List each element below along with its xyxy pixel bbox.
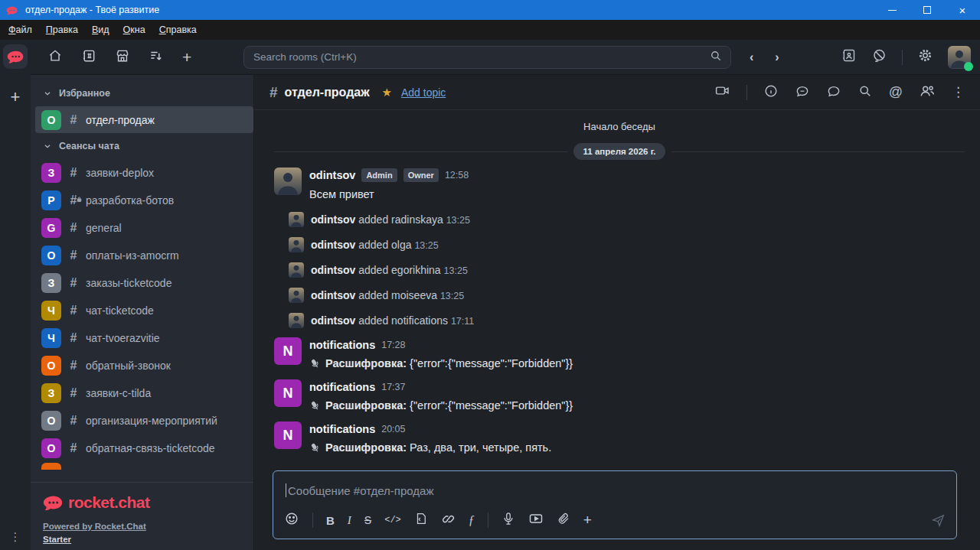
maximize-button[interactable] — [910, 0, 945, 20]
role-badge-owner: Owner — [403, 168, 439, 182]
create-new-icon[interactable]: + — [182, 48, 191, 67]
avatar[interactable] — [289, 212, 304, 227]
hash-icon: # — [68, 249, 79, 262]
sidebar-item-organizatsiya-meropriyatii[interactable]: О # организация-мероприятий — [35, 407, 253, 434]
sidebar-item-zakazy-ticketcode[interactable]: З # заказы-ticketcode — [35, 269, 253, 296]
avatar[interactable]: N — [274, 421, 302, 449]
message: odintsov Admin Owner 12:58 Всем привет — [274, 168, 965, 202]
close-button[interactable]: × — [945, 0, 980, 20]
hash-icon: # — [68, 359, 79, 373]
info-icon[interactable] — [763, 83, 779, 102]
kebab-menu-icon[interactable]: ⋮ — [952, 84, 965, 100]
attachment-icon[interactable] — [557, 512, 570, 529]
channel-name: чат-tvoerazvitie — [86, 332, 160, 344]
admin-settings-icon[interactable] — [917, 47, 933, 67]
sidebar-item-zayavki-s-tilda[interactable]: З # заявки-с-tilda — [35, 379, 253, 406]
discussions-icon[interactable] — [826, 83, 841, 102]
directory-icon[interactable] — [81, 48, 96, 67]
home-icon[interactable] — [47, 48, 63, 67]
marketplace-icon[interactable] — [115, 48, 130, 67]
system-message: odintsov added egorikhina 13:25 — [274, 257, 965, 282]
role-badge-admin: Admin — [361, 168, 397, 182]
nav-back-icon[interactable]: ‹ — [750, 50, 753, 64]
menu-help[interactable]: Справка — [152, 24, 204, 35]
sidebar-item-chat-tvoerazvitie[interactable]: Ч # чат-tvoerazvitie — [35, 324, 253, 351]
system-message: odintsov added moiseeva 13:25 — [274, 282, 965, 308]
audio-message-icon[interactable] — [501, 512, 515, 529]
video-message-icon[interactable] — [528, 511, 544, 529]
online-status-badge — [964, 62, 973, 71]
hash-lock-icon: # — [68, 194, 79, 207]
search-input[interactable]: Search rooms (Ctrl+K) — [243, 46, 731, 69]
threads-icon[interactable] — [795, 83, 810, 102]
sidebar-item-razrabotka-botov[interactable]: P # разработка-ботов — [35, 187, 253, 213]
menu-view[interactable]: Вид — [85, 24, 116, 35]
avatar[interactable]: N — [274, 337, 302, 365]
avatar[interactable]: N — [274, 379, 302, 407]
channel-avatar: З — [41, 383, 61, 403]
italic-icon[interactable]: I — [348, 514, 351, 527]
formula-icon[interactable]: ƒ — [469, 513, 475, 527]
sidebar-item-obratnyi-zvonok[interactable]: О # обратный-звонок — [35, 352, 253, 379]
powered-by-link[interactable]: Powered by Rocket.Chat — [43, 522, 253, 531]
sidebar-item-obratnaya-svyaz-ticketcode[interactable]: О # обратная-связь-ticketcode — [35, 434, 253, 461]
mentions-icon[interactable]: @ — [889, 84, 903, 100]
code-block-icon[interactable] — [414, 512, 428, 529]
minimize-button[interactable] — [874, 0, 910, 20]
sort-icon[interactable] — [149, 48, 164, 67]
app-logo-icon — [6, 4, 18, 16]
video-call-icon[interactable] — [714, 83, 730, 102]
top-toolbar: + Search rooms (Ctrl+K) ‹ › — [31, 40, 980, 75]
message-text: Расшифровка: {"error":{"message":"Forbid… — [309, 357, 573, 369]
sidebar-item-otdel-prodazh[interactable]: O # отдел-продаж — [35, 106, 253, 133]
rail-kebab-icon[interactable]: ⋮ — [10, 530, 21, 544]
link-icon[interactable] — [441, 512, 456, 529]
sidebar-footer: rocket.chat Powered by Rocket.Chat Start… — [31, 482, 253, 550]
menu-edit[interactable]: Правка — [39, 24, 85, 35]
search-messages-icon[interactable] — [858, 83, 873, 102]
server-avatar[interactable] — [3, 44, 28, 69]
contact-center-icon[interactable] — [841, 47, 857, 67]
nav-forward-icon[interactable]: › — [775, 50, 779, 64]
plus-actions-icon[interactable]: + — [583, 512, 592, 529]
menu-file[interactable]: Файл — [2, 24, 39, 35]
sidebar-item-general[interactable]: G # general — [35, 214, 253, 241]
sidebar-item-chat-ticketcode[interactable]: Ч # чат-ticketcode — [35, 297, 253, 324]
sidebar-item-zayavki-deplox[interactable]: З # заявки-deplox — [35, 159, 253, 186]
members-icon[interactable] — [919, 83, 936, 103]
user-avatar[interactable] — [948, 46, 971, 69]
avatar[interactable] — [289, 237, 304, 252]
room-title[interactable]: отдел-продаж — [285, 86, 370, 99]
add-topic-link[interactable]: Add topic — [401, 86, 446, 99]
bold-icon[interactable]: B — [326, 514, 335, 527]
composer-input[interactable]: Сообщение #отдел-продаж — [273, 471, 956, 506]
strikethrough-icon[interactable]: S — [364, 514, 371, 526]
inline-code-icon[interactable]: </> — [384, 515, 401, 526]
message: N notifications 20:05 Расшифровка: Раз, … — [274, 421, 965, 454]
username[interactable]: notifications — [309, 381, 375, 393]
avatar[interactable] — [274, 168, 302, 195]
plan-link[interactable]: Starter — [43, 535, 253, 544]
omnichannel-availability-icon[interactable] — [871, 47, 887, 67]
rocketchat-logo: rocket.chat — [43, 493, 253, 513]
favorite-star-icon[interactable]: ★ — [382, 86, 392, 99]
channel-avatar: З — [41, 163, 61, 183]
send-icon[interactable] — [931, 513, 946, 528]
menu-windows[interactable]: Окна — [116, 24, 152, 35]
username[interactable]: odintsov — [309, 169, 355, 181]
hash-icon: # — [68, 386, 79, 400]
hash-icon: # — [68, 221, 79, 235]
toolbar-divider — [902, 50, 903, 65]
avatar[interactable] — [289, 262, 304, 278]
timestamp: 17:28 — [381, 340, 405, 350]
username[interactable]: notifications — [309, 423, 375, 435]
emoji-icon[interactable] — [284, 511, 299, 529]
add-server-button[interactable]: + — [11, 87, 21, 107]
section-favorites[interactable]: Избранное — [31, 81, 253, 106]
section-chat-sessions[interactable]: Сеансы чата — [31, 134, 253, 158]
sidebar-item-oplaty-iz-amocrm[interactable]: О # оплаты-из-amocrm — [35, 242, 253, 268]
avatar[interactable] — [289, 313, 304, 328]
avatar[interactable] — [289, 288, 304, 303]
username[interactable]: notifications — [309, 339, 375, 351]
date-pill: 11 апреля 2026 г. — [573, 143, 666, 160]
